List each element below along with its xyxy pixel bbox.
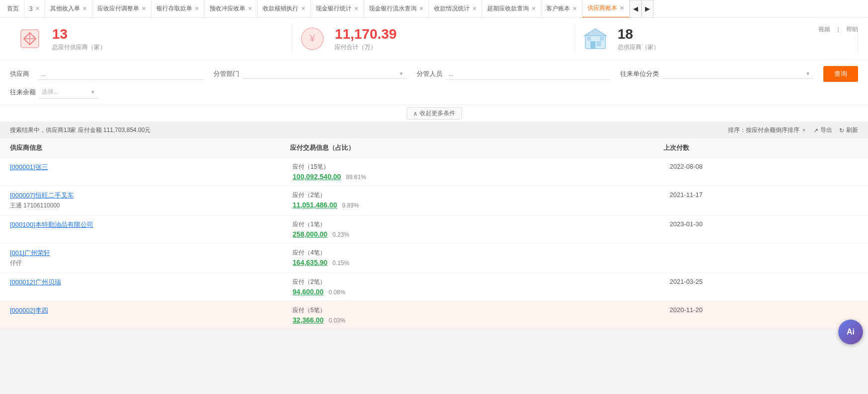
supplier-link[interactable]: [000002]李四 — [10, 307, 48, 314]
nav-tab-receipt-stat[interactable]: 收款情况统计 ✕ — [429, 0, 482, 18]
nav-tab-collection[interactable]: 收款核销执行 ✕ — [258, 0, 311, 18]
sort-selector[interactable]: 排序：按应付余额倒序排序 ▼ — [728, 126, 806, 134]
trans-pct: 89.61% — [346, 174, 366, 181]
filter-dept: 分管部门 ▼ — [214, 69, 407, 79]
supplier-info-cell: [000002]李四 — [10, 306, 292, 315]
supplier-input[interactable] — [38, 68, 204, 80]
person-input[interactable] — [445, 68, 610, 80]
help-link[interactable]: 帮助 — [846, 25, 858, 34]
last-pay-date: 2023-01-30 — [669, 220, 703, 228]
query-button[interactable]: 查询 — [823, 66, 858, 82]
close-icon[interactable]: ✕ — [248, 5, 252, 12]
trans-label: 应付（1笔） — [292, 220, 669, 229]
nav-tab-cash-bank-stat[interactable]: 现金银行统计 ✕ — [311, 0, 364, 18]
dept-select[interactable]: ▼ — [242, 69, 407, 79]
all-suppliers-count: 18 — [618, 26, 659, 43]
divider: ｜ — [835, 25, 841, 34]
header-transaction: 应付交易信息（占比） — [290, 143, 663, 152]
supplier-link[interactable]: [000012]广州贝瑞 — [10, 278, 61, 286]
trans-pct: 9.89% — [342, 202, 359, 209]
svg-rect-9 — [596, 41, 601, 46]
trans-amount[interactable]: 32,366.00 — [292, 316, 323, 324]
top-navigation: 首页 3 ✕ 其他收入单 ✕ 应收应付调整单 ✕ 银行存取款单 ✕ 预收冲应收单… — [0, 0, 868, 18]
table-body: [000001]张三 应付（15笔） 100,092,540.00 89.61%… — [0, 158, 868, 329]
nav-tab-cash-flow[interactable]: 现金银行流水查询 ✕ — [364, 0, 429, 18]
trans-amount[interactable]: 258,000.00 — [292, 230, 327, 238]
trans-row: 32,366.00 0.03% — [292, 316, 669, 324]
last-pay-cell: 2022-08-08 — [669, 163, 858, 170]
nav-prev-arrow[interactable]: ◀ — [630, 0, 642, 18]
last-pay-cell: 2020-11-20 — [669, 306, 858, 314]
collapse-button[interactable]: ∧ 收起更多条件 — [407, 107, 462, 120]
refresh-icon: ↻ — [839, 127, 844, 134]
header-lastpay: 上次付数 — [663, 143, 850, 152]
supplier-link[interactable]: [000001]张三 — [10, 163, 48, 171]
refresh-button[interactable]: ↻ 刷新 — [839, 126, 858, 134]
last-pay-date: 2021-03-25 — [669, 278, 703, 285]
close-icon[interactable]: ✕ — [301, 5, 305, 12]
filter-person: 分管人员 — [417, 68, 610, 80]
balance-select[interactable]: 选择... ▼ — [39, 86, 98, 99]
top-right-links: 视频 ｜ 帮助 — [818, 25, 858, 34]
close-icon[interactable]: ✕ — [419, 5, 424, 12]
nav-tab-adjustment[interactable]: 应收应付调整单 ✕ — [92, 0, 151, 18]
supplier-sub: 王通 17106110000 — [10, 201, 292, 210]
supplier-info-cell: [000012]广州贝瑞 — [10, 278, 292, 287]
nav-tab-bank-deposit[interactable]: 银行存取款单 ✕ — [151, 0, 205, 18]
trans-amount[interactable]: 11,051,486.00 — [292, 201, 337, 209]
trans-row: 100,092,540.00 89.61% — [292, 173, 669, 181]
table-row: [000100]本特勤油品有限公司 应付（1笔） 258,000.00 0.23… — [0, 215, 868, 244]
nav-tab-customer-ledger[interactable]: 客户账本 ✕ — [541, 0, 582, 18]
table-row: [000002]李四 应付（5笔） 32,366.00 0.03% 2020-1… — [0, 301, 868, 329]
trans-row: 94,600.00 0.08% — [292, 288, 669, 296]
table-row: [000012]广州贝瑞 应付（2笔） 94,600.00 0.08% 2021… — [0, 273, 868, 301]
trans-amount[interactable]: 100,092,540.00 — [292, 173, 341, 181]
payable-total-label: 应付合计（万） — [335, 43, 397, 52]
nav-tab-supplier-ledger[interactable]: 供应商账本 ✕ — [582, 0, 630, 18]
close-icon[interactable]: ✕ — [142, 5, 146, 12]
close-icon[interactable]: ✕ — [573, 5, 577, 12]
summary-card-suppliers-payable: 13 总应付供应商（家） — [10, 24, 292, 54]
supplier-info-cell: [000100]本特勤油品有限公司 — [10, 220, 292, 229]
svg-text:¥: ¥ — [309, 33, 316, 44]
nav-tab-overdue[interactable]: 超期应收款查询 ✕ — [482, 0, 541, 18]
supplier-sub: 仔仔 — [10, 259, 292, 267]
trans-label: 应付（2笔） — [292, 278, 669, 286]
close-icon[interactable]: ✕ — [35, 5, 40, 12]
filter-balance: 往来余额 选择... ▼ — [10, 86, 98, 99]
nav-next-arrow[interactable]: ▶ — [642, 0, 653, 18]
all-suppliers-label: 总供应商（家） — [618, 43, 659, 52]
close-icon[interactable]: ✕ — [195, 5, 199, 12]
close-icon[interactable]: ✕ — [472, 5, 477, 12]
nav-tab-3[interactable]: 3 ✕ — [24, 0, 45, 18]
video-link[interactable]: 视频 — [818, 25, 830, 34]
close-icon[interactable]: ✕ — [82, 5, 87, 12]
export-button[interactable]: ↗ 导出 — [813, 126, 832, 134]
chevron-down-icon: ▼ — [399, 71, 404, 76]
trans-amount[interactable]: 164,635.90 — [292, 259, 327, 266]
nav-tab-other-income[interactable]: 其他收入单 ✕ — [45, 0, 92, 18]
supplier-link[interactable]: [000007]恒旺二手叉车 — [10, 192, 74, 199]
transaction-cell: 应付（4笔） 164,635.90 0.15% — [292, 249, 669, 266]
close-icon[interactable]: ✕ — [531, 5, 536, 12]
trans-label: 应付（5笔） — [292, 306, 669, 315]
chevron-down-icon: ▼ — [90, 89, 95, 95]
nav-tab-home[interactable]: 首页 — [2, 0, 24, 18]
category-select[interactable]: ▼ — [662, 69, 814, 79]
transaction-cell: 应付（1笔） 258,000.00 0.23% — [292, 220, 669, 238]
person-label: 分管人员 — [417, 69, 442, 78]
supplier-link[interactable]: [000100]本特勤油品有限公司 — [10, 221, 93, 228]
trans-row: 164,635.90 0.15% — [292, 259, 669, 266]
trans-row: 258,000.00 0.23% — [292, 230, 669, 238]
close-icon[interactable]: ✕ — [620, 5, 624, 11]
close-icon[interactable]: ✕ — [354, 5, 359, 12]
nav-tab-prepaid[interactable]: 预收冲应收单 ✕ — [205, 0, 258, 18]
shop-icon — [580, 24, 610, 54]
last-pay-cell: 2023-01-30 — [669, 220, 858, 228]
trans-label: 应付（15笔） — [292, 163, 669, 171]
trans-row: 11,051,486.00 9.89% — [292, 201, 669, 209]
svg-rect-11 — [600, 37, 604, 41]
trans-amount[interactable]: 94,600.00 — [292, 288, 323, 296]
svg-rect-8 — [590, 41, 595, 49]
supplier-link[interactable]: [001]广州荣轩 — [10, 249, 50, 257]
